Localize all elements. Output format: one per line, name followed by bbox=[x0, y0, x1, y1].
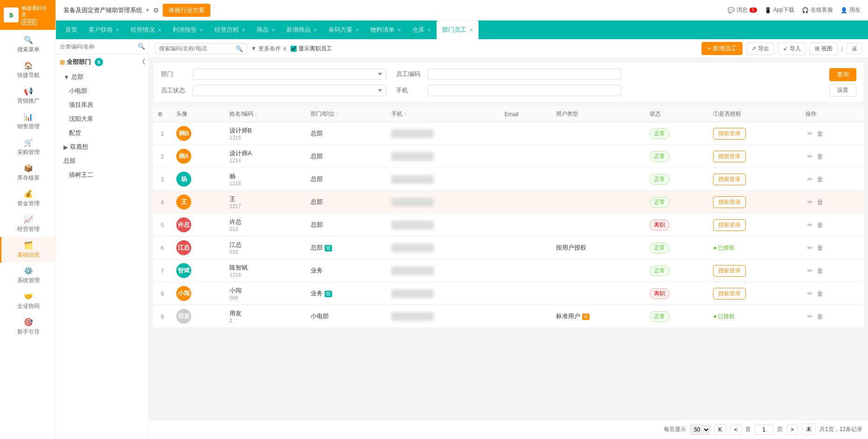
user-menu[interactable]: 👤 用友 bbox=[840, 6, 861, 14]
show-resigned-checkbox[interactable]: 显示离职员工 bbox=[291, 45, 332, 53]
experience-button[interactable]: 体验行业方案 bbox=[163, 4, 210, 17]
edit-button[interactable]: ✏ bbox=[806, 312, 815, 321]
delete-button[interactable]: 🗑 bbox=[815, 197, 825, 207]
edit-button[interactable]: ✏ bbox=[806, 174, 815, 184]
sidebar-item-inventory[interactable]: 📦库存核算 bbox=[0, 160, 56, 186]
auth-button[interactable]: 授权登录 bbox=[713, 128, 746, 139]
delete-button[interactable]: 🗑 bbox=[815, 312, 825, 321]
th-dept[interactable]: 部门/职位 bbox=[306, 106, 387, 122]
tab-close-dept[interactable]: ✕ bbox=[469, 28, 473, 33]
dept-node-project[interactable]: 项目库房 bbox=[56, 98, 149, 112]
sidebar-item-guide[interactable]: 🎯新手引导 bbox=[0, 314, 56, 340]
per-page-select[interactable]: 50 bbox=[690, 425, 710, 435]
tab-dept-employee[interactable]: 部门员工✕ bbox=[437, 21, 479, 39]
tab-customer[interactable]: 客户联络✕ bbox=[83, 21, 125, 39]
delete-button[interactable]: 🗑 bbox=[815, 174, 825, 184]
reset-button[interactable]: 设置 bbox=[829, 84, 856, 97]
dept-node-chushu[interactable]: 插树王二 bbox=[56, 168, 149, 182]
auth-button[interactable]: 授权登录 bbox=[713, 174, 746, 185]
auth-button[interactable]: 授权登录 bbox=[713, 265, 746, 277]
tab-close-bom[interactable]: ✕ bbox=[397, 28, 401, 33]
more-conditions-button[interactable]: ▼ 更多条件 ∧ bbox=[251, 45, 287, 53]
tab-bom[interactable]: 物料清单✕ bbox=[365, 21, 407, 39]
sidebar-item-purchase[interactable]: 🛒采购管理 bbox=[0, 134, 56, 160]
tab-barcode[interactable]: 条码方案✕ bbox=[323, 21, 365, 39]
sidebar-item-enterprise[interactable]: 🤝企业协同 bbox=[0, 288, 56, 314]
tab-profit[interactable]: 利润报告✕ bbox=[167, 21, 209, 39]
auth-button[interactable]: 授权登录 bbox=[713, 151, 746, 162]
app-download-button[interactable]: 📱 App下载 bbox=[764, 6, 794, 14]
dept-search-input[interactable] bbox=[60, 43, 138, 50]
sidebar-item-system[interactable]: ⚙️系统管理 bbox=[0, 263, 56, 288]
sidebar-item-operations[interactable]: 📈经营管理 bbox=[0, 211, 56, 237]
dept-node-shuanglu[interactable]: ▶ 双鹿想 bbox=[56, 140, 149, 154]
tab-goods[interactable]: 商品✕ bbox=[251, 21, 281, 39]
tab-new-goods[interactable]: 新增商品✕ bbox=[281, 21, 323, 39]
search-icon[interactable]: 🔍 bbox=[236, 45, 243, 52]
sidebar-item-basic[interactable]: 🗂️基础信息 bbox=[0, 237, 56, 263]
edit-button[interactable]: ✏ bbox=[806, 266, 815, 275]
delete-button[interactable]: 🗑 bbox=[815, 266, 825, 275]
first-page-button[interactable]: K bbox=[714, 425, 726, 435]
tab-close-operations[interactable]: ✕ bbox=[158, 28, 161, 33]
tab-close-profit[interactable]: ✕ bbox=[200, 28, 203, 33]
edit-button[interactable]: ✏ bbox=[806, 289, 815, 298]
tab-close-barcode[interactable]: ✕ bbox=[355, 28, 359, 33]
sidebar-item-marketing[interactable]: 📢营销推广 bbox=[0, 83, 56, 109]
delete-button[interactable]: 🗑 bbox=[815, 220, 825, 230]
search-input[interactable] bbox=[159, 45, 234, 52]
dept-collapse-icon[interactable]: 《 bbox=[139, 58, 145, 66]
tab-history[interactable]: 经营历程✕ bbox=[209, 21, 251, 39]
more-toolbar-icon[interactable]: | bbox=[841, 45, 843, 52]
th-phone[interactable]: 手机 bbox=[387, 106, 500, 122]
auth-button[interactable]: 授权登录 bbox=[713, 288, 746, 300]
tab-close-customer[interactable]: ✕ bbox=[116, 28, 119, 33]
print-button[interactable]: 🖨 bbox=[847, 43, 862, 54]
tab-close-new-goods[interactable]: ✕ bbox=[313, 28, 317, 33]
sidebar-item-sales[interactable]: 📊销售管理 bbox=[0, 109, 56, 134]
auth-button[interactable]: 授权登录 bbox=[713, 196, 746, 208]
tab-warehouse[interactable]: 仓库✕ bbox=[407, 21, 437, 39]
edit-button[interactable]: ✏ bbox=[806, 197, 815, 207]
prev-page-button[interactable]: < bbox=[730, 425, 742, 435]
delete-button[interactable]: 🗑 bbox=[815, 152, 825, 161]
tab-close-history[interactable]: ✕ bbox=[242, 28, 245, 33]
edit-button[interactable]: ✏ bbox=[806, 152, 815, 161]
add-employee-button[interactable]: + 新增员工 bbox=[701, 42, 742, 55]
th-settings[interactable]: ⚙ bbox=[153, 106, 172, 122]
tab-close-warehouse[interactable]: ✕ bbox=[427, 28, 431, 33]
export-button[interactable]: ↗ 导出 bbox=[746, 42, 774, 55]
auth-button[interactable]: 授权登录 bbox=[713, 219, 746, 231]
edit-button[interactable]: ✏ bbox=[806, 220, 815, 230]
delete-button[interactable]: 🗑 bbox=[815, 129, 825, 138]
next-page-button[interactable]: > bbox=[786, 425, 798, 435]
dept-select[interactable] bbox=[193, 69, 387, 80]
query-button[interactable]: 查询 bbox=[829, 68, 856, 81]
delete-button[interactable]: 🗑 bbox=[815, 289, 825, 298]
dept-node-delivery[interactable]: 配货 bbox=[56, 126, 149, 140]
tab-operations[interactable]: 经营情况✕ bbox=[125, 21, 167, 39]
tab-home[interactable]: 首页 bbox=[60, 21, 83, 39]
import-button[interactable]: ↙ 导入 bbox=[778, 42, 806, 55]
status-select[interactable] bbox=[193, 85, 387, 96]
last-page-button[interactable]: 末 bbox=[802, 424, 816, 435]
sidebar-item-search[interactable]: 🔍搜索菜单 bbox=[0, 32, 56, 57]
online-service-button[interactable]: 🎧 在线客服 bbox=[802, 6, 833, 14]
message-button[interactable]: 💬 消息 5 bbox=[728, 6, 757, 14]
settings-icon[interactable]: ⚙ bbox=[153, 7, 159, 14]
tab-close-goods[interactable]: ✕ bbox=[271, 28, 275, 33]
dept-node-shenyang[interactable]: 沈阳大库 bbox=[56, 112, 149, 126]
sidebar-item-finance[interactable]: 💰资金管理 bbox=[0, 186, 56, 211]
phone-input[interactable] bbox=[428, 85, 622, 96]
sidebar-item-shortcut[interactable]: 🏠快捷导航 bbox=[0, 57, 56, 83]
delete-button[interactable]: 🗑 bbox=[815, 243, 825, 252]
dropdown-icon[interactable]: ▾ bbox=[146, 7, 149, 14]
page-input[interactable] bbox=[755, 425, 773, 435]
dept-node-zongbu[interactable]: 总部 bbox=[56, 154, 149, 168]
dept-node-head[interactable]: ▼ 总部 bbox=[56, 70, 149, 84]
edit-button[interactable]: ✏ bbox=[806, 129, 815, 138]
edit-button[interactable]: ✏ bbox=[806, 243, 815, 252]
th-name[interactable]: 姓名/编码 bbox=[225, 106, 306, 122]
view-button[interactable]: ⊞ 视图 bbox=[810, 42, 838, 55]
empcode-input[interactable] bbox=[428, 69, 622, 80]
